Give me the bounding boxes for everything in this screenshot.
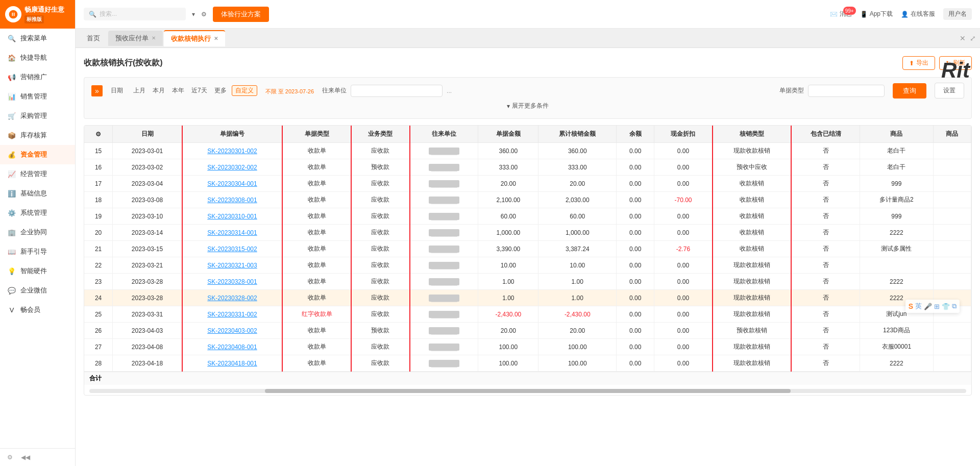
- filter-this-month[interactable]: 本月: [151, 85, 167, 96]
- main-area: 🔍 搜索... ▾ ⚙ 体验行业方案 ✉️ 消息 99+ 📱 App下载 👤 在…: [76, 0, 980, 466]
- sidebar-item-finance[interactable]: 💰 资金管理: [0, 145, 75, 164]
- topbar-settings-icon[interactable]: ⚙: [201, 11, 207, 18]
- tab-receipt-cancel[interactable]: 收款核销执行 ✕: [164, 30, 225, 46]
- topbar-app-download[interactable]: 📱 App下载: [860, 10, 893, 18]
- filter-more[interactable]: 更多: [212, 85, 229, 96]
- cell-amount: 2,100.00: [478, 192, 538, 208]
- cell-biz-type: 预收款: [351, 323, 410, 339]
- query-button[interactable]: 查询: [893, 83, 926, 99]
- col-unit: 往来单位: [410, 126, 478, 143]
- cell-doc-no[interactable]: SK-20230321-003: [182, 257, 282, 274]
- table-row[interactable]: 262023-04-03SK-20230403-002收款单预收款██████2…: [84, 323, 971, 339]
- guide-icon: 📖: [7, 247, 16, 256]
- topbar-message[interactable]: ✉️ 消息 99+: [830, 10, 852, 18]
- tabbar-expand-btn[interactable]: ⤢: [970, 34, 976, 42]
- shirt-icon[interactable]: 👕: [942, 303, 950, 310]
- cell-include-settled: 否: [791, 241, 860, 257]
- english-icon[interactable]: 英: [915, 302, 922, 311]
- table-row[interactable]: 222023-03-21SK-20230321-003收款单应收款██████1…: [84, 257, 971, 274]
- table-row[interactable]: 152023-03-01SK-20230301-002收款单应收款██████3…: [84, 143, 971, 159]
- cell-doc-no[interactable]: SK-20230301-002: [182, 143, 282, 159]
- filter-this-year[interactable]: 本年: [170, 85, 186, 96]
- filter-type: 单据类型: [779, 85, 885, 97]
- topbar-dropdown[interactable]: ▾: [192, 11, 195, 18]
- sidebar-item-purchase[interactable]: 🛒 采购管理: [0, 106, 75, 126]
- table-row[interactable]: 202023-03-14SK-20230314-001收款单应收款██████1…: [84, 225, 971, 241]
- sidebar-item-inventory[interactable]: 📦 库存核算: [0, 126, 75, 145]
- data-table-wrap: ⚙ 日期 单据编号 单据类型 业务类型 往来单位 单据金额 累计核销金额 余额 …: [84, 125, 972, 396]
- table-row[interactable]: 272023-04-08SK-20230408-001收款单应收款██████1…: [84, 339, 971, 355]
- topbar-user[interactable]: 用户名: [943, 8, 972, 20]
- cell-seq: 22: [84, 257, 113, 274]
- table-row[interactable]: 192023-03-10SK-20230310-001收款单应收款██████6…: [84, 208, 971, 225]
- cell-doc-no[interactable]: SK-20230408-001: [182, 339, 282, 355]
- cell-doc-type: 收款单: [282, 290, 351, 306]
- sidebar-collapse-btn[interactable]: ◀◀: [21, 454, 30, 461]
- filter-last-month[interactable]: 上月: [131, 85, 148, 96]
- table-row[interactable]: 242023-03-28SK-20230328-002收款单应收款██████1…: [84, 290, 971, 306]
- table-row[interactable]: 252023-03-31SK-20230331-002红字收款单应收款█████…: [84, 306, 971, 323]
- sidebar-item-hardware[interactable]: 💡 智能硬件: [0, 261, 75, 281]
- sidebar-item-quick-nav[interactable]: 🏠 快捷导航: [0, 48, 75, 67]
- cell-cumulative: 1,000.00: [538, 225, 617, 241]
- filter-type-select[interactable]: [808, 85, 885, 97]
- scrollbar-area[interactable]: [84, 385, 971, 395]
- mic-icon[interactable]: 🎤: [924, 303, 932, 310]
- sidebar-item-operations[interactable]: 📈 经营管理: [0, 164, 75, 184]
- tab-receipt-close[interactable]: ✕: [214, 36, 218, 41]
- tab-prepay-list[interactable]: 预收应付单 ✕: [108, 31, 163, 46]
- sidebar-settings-btn[interactable]: ⚙: [7, 454, 13, 461]
- sidebar-item-wechat[interactable]: 💬 企业微信: [0, 281, 75, 300]
- cell-doc-no[interactable]: SK-20230328-002: [182, 290, 282, 306]
- cell-doc-no[interactable]: SK-20230302-002: [182, 159, 282, 176]
- floating-toolbar[interactable]: S 英 🎤 ⊞ 👕 ⧉: [905, 300, 960, 313]
- sidebar-item-enterprise[interactable]: 🏢 企业协同: [0, 223, 75, 242]
- cell-seq: 20: [84, 225, 113, 241]
- sidebar-item-guide[interactable]: 📖 新手引导: [0, 242, 75, 261]
- table-row[interactable]: 282023-04-18SK-20230418-001收款单应收款██████1…: [84, 355, 971, 372]
- sidebar-item-system[interactable]: ⚙️ 系统管理: [0, 203, 75, 223]
- topbar-online-service[interactable]: 👤 在线客服: [901, 10, 935, 18]
- table-row[interactable]: 162023-03-02SK-20230302-002收款单预收款██████3…: [84, 159, 971, 176]
- table-row[interactable]: 172023-03-04SK-20230304-001收款单应收款██████2…: [84, 176, 971, 192]
- filter-last-7-days[interactable]: 近7天: [189, 85, 209, 96]
- table-row[interactable]: 232023-03-28SK-20230328-001收款单应收款██████1…: [84, 274, 971, 290]
- cell-unit: ██████: [410, 192, 478, 208]
- cell-amount: 3,390.00: [478, 241, 538, 257]
- cell-include-settled: 否: [791, 176, 860, 192]
- sidebar-item-member[interactable]: V 畅会员: [0, 300, 75, 320]
- table-row[interactable]: 212023-03-15SK-20230315-002收款单应收款██████3…: [84, 241, 971, 257]
- tab-prepay-close[interactable]: ✕: [152, 35, 156, 41]
- table-row[interactable]: 182023-03-08SK-20230308-001收款单应收款██████2…: [84, 192, 971, 208]
- filter-settings-button[interactable]: 设置: [935, 83, 964, 99]
- cell-doc-no[interactable]: SK-20230308-001: [182, 192, 282, 208]
- cell-include-settled: 否: [791, 143, 860, 159]
- filter-custom[interactable]: 自定义: [232, 85, 257, 96]
- sidebar-item-sales[interactable]: 📊 销售管理: [0, 87, 75, 106]
- col-doc-no: 单据编号: [182, 126, 282, 143]
- cell-doc-no[interactable]: SK-20230418-001: [182, 355, 282, 372]
- grid-icon[interactable]: ⊞: [934, 303, 940, 310]
- cell-doc-no[interactable]: SK-20230310-001: [182, 208, 282, 225]
- filter-expand-button[interactable]: »: [91, 85, 103, 96]
- expand-more-btn[interactable]: ▾ 展开更多条件: [91, 99, 964, 113]
- sidebar-item-search-menu[interactable]: 🔍 搜索菜单: [0, 29, 75, 48]
- copy-icon[interactable]: ⧉: [952, 302, 957, 310]
- topbar-search[interactable]: 🔍 搜索...: [84, 8, 186, 20]
- tabbar-close-btn[interactable]: ✕: [960, 34, 966, 42]
- cell-doc-no[interactable]: SK-20230304-001: [182, 176, 282, 192]
- cell-doc-type: 收款单: [282, 355, 351, 372]
- sidebar-item-marketing[interactable]: 📢 营销推广: [0, 67, 75, 87]
- cell-doc-no[interactable]: SK-20230314-001: [182, 225, 282, 241]
- export-button[interactable]: ⬆ 导出: [902, 56, 935, 70]
- cell-doc-no[interactable]: SK-20230331-002: [182, 306, 282, 323]
- sidebar-menu: 🔍 搜索菜单 🏠 快捷导航 📢 营销推广 📊 销售管理 🛒 采购管理 📦 库存核…: [0, 29, 75, 448]
- cell-doc-no[interactable]: SK-20230328-001: [182, 274, 282, 290]
- cell-doc-no[interactable]: SK-20230403-002: [182, 323, 282, 339]
- cell-doc-no[interactable]: SK-20230315-002: [182, 241, 282, 257]
- cell-date: 2023-03-28: [113, 274, 182, 290]
- sidebar-item-basic[interactable]: ℹ️ 基础信息: [0, 184, 75, 203]
- tab-home[interactable]: 首页: [80, 31, 107, 46]
- solution-button[interactable]: 体验行业方案: [213, 7, 269, 22]
- filter-unit-input[interactable]: [351, 85, 443, 97]
